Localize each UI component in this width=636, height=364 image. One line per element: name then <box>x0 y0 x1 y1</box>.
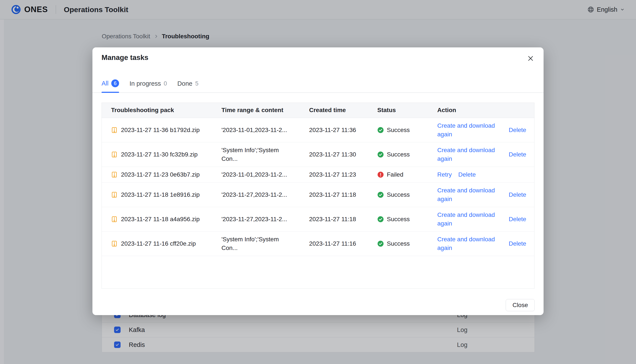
pack-cell: 2023-11-27 11-18 a4a956.zip <box>102 207 212 231</box>
created-time-text: 2023-11-27 11:36 <box>309 126 356 133</box>
table-header-row: Troubleshooting packTime range & content… <box>102 103 534 118</box>
created-time-cell: 2023-11-27 11:23 <box>300 167 368 182</box>
status-text: Success <box>387 126 410 134</box>
tab-all[interactable]: All6 <box>102 80 119 92</box>
status-cell: Success <box>368 182 428 207</box>
table-row: 2023-11-27 11-23 0e63b7.zip'2023-11-01,2… <box>102 167 534 182</box>
task-table: Troubleshooting packTime range & content… <box>102 102 534 289</box>
pack-name: 2023-11-27 11-18 1e8916.zip <box>121 190 200 199</box>
modal-title: Manage tasks <box>102 54 148 62</box>
pack-cell: 2023-11-27 11-30 fc32b9.zip <box>102 142 212 167</box>
delete-link[interactable]: Delete <box>458 170 476 179</box>
time-range-text: 'System Info';'System Con... <box>222 147 279 162</box>
zip-file-icon <box>111 151 118 158</box>
create-and-download-again-link[interactable]: Create and download again <box>437 186 502 204</box>
tab-count: 6 <box>111 80 119 87</box>
status-text: Success <box>387 150 410 159</box>
success-icon <box>377 127 384 133</box>
tab-count: 5 <box>195 80 198 87</box>
zip-file-icon <box>111 192 118 198</box>
column-header-troubleshooting-pack: Troubleshooting pack <box>102 103 212 118</box>
time-range-text: '2023-11-27,2023-11-2... <box>222 216 287 222</box>
delete-link[interactable]: Delete <box>509 150 526 159</box>
column-header-action: Action <box>428 103 534 118</box>
table-row: 2023-11-27 11-18 a4a956.zip'2023-11-27,2… <box>102 207 534 231</box>
time-range-text: '2023-11-27,2023-11-2... <box>222 191 287 198</box>
pack-name: 2023-11-27 11-16 cff20e.zip <box>121 239 196 248</box>
close-button[interactable]: Close <box>506 299 535 311</box>
created-time-text: 2023-11-27 11:16 <box>309 240 356 247</box>
created-time-cell: 2023-11-27 11:18 <box>300 182 368 207</box>
tab-label: All <box>102 80 108 87</box>
table-row: 2023-11-27 11-36 b1792d.zip'2023-11-01,2… <box>102 118 534 142</box>
tab-done[interactable]: Done5 <box>177 80 198 92</box>
tab-count: 0 <box>164 80 167 87</box>
tab-in-progress[interactable]: In progress0 <box>130 80 167 92</box>
created-time-cell: 2023-11-27 11:30 <box>300 142 368 167</box>
failed-icon <box>377 172 384 178</box>
time-range-cell: '2023-11-01,2023-11-2... <box>212 167 300 182</box>
status-cell: Success <box>368 118 428 142</box>
status-text: Success <box>387 215 410 224</box>
zip-file-icon <box>111 216 118 222</box>
status-cell: Success <box>368 207 428 231</box>
action-cell: Create and download againDelete <box>428 207 534 231</box>
created-time-text: 2023-11-27 11:18 <box>309 216 356 222</box>
status-text: Success <box>387 239 410 248</box>
pack-name: 2023-11-27 11-36 b1792d.zip <box>121 126 200 134</box>
tab-label: In progress <box>130 80 161 87</box>
action-cell: Create and download againDelete <box>428 231 534 256</box>
pack-cell: 2023-11-27 11-23 0e63b7.zip <box>102 167 212 182</box>
success-icon <box>377 151 384 158</box>
created-time-text: 2023-11-27 11:23 <box>309 171 356 178</box>
success-icon <box>377 240 384 247</box>
time-range-cell: '2023-11-27,2023-11-2... <box>212 207 300 231</box>
manage-tasks-modal: Manage tasks All6In progress0Done5 Troub… <box>92 48 544 315</box>
table-row: 2023-11-27 11-30 fc32b9.zip'System Info'… <box>102 142 534 167</box>
pack-name: 2023-11-27 11-30 fc32b9.zip <box>121 150 198 159</box>
column-header-status: Status <box>368 103 428 118</box>
time-range-cell: 'System Info';'System Con... <box>212 142 300 167</box>
table-row: 2023-11-27 11-18 1e8916.zip'2023-11-27,2… <box>102 182 534 207</box>
status-text: Failed <box>387 170 403 179</box>
create-and-download-again-link[interactable]: Create and download again <box>437 235 502 252</box>
tab-label: Done <box>177 80 192 87</box>
time-range-cell: '2023-11-27,2023-11-2... <box>212 182 300 207</box>
pack-name: 2023-11-27 11-18 a4a956.zip <box>121 215 200 224</box>
status-cell: Success <box>368 231 428 256</box>
created-time-cell: 2023-11-27 11:16 <box>300 231 368 256</box>
success-icon <box>377 216 384 222</box>
create-and-download-again-link[interactable]: Create and download again <box>437 122 502 139</box>
delete-link[interactable]: Delete <box>509 190 526 199</box>
time-range-cell: 'System Info';'System Con... <box>212 231 300 256</box>
pack-name: 2023-11-27 11-23 0e63b7.zip <box>121 170 200 179</box>
column-header-time-range-content: Time range & content <box>212 103 300 118</box>
retry-link[interactable]: Retry <box>437 170 452 179</box>
status-cell: Success <box>368 142 428 167</box>
delete-link[interactable]: Delete <box>509 215 526 224</box>
action-cell: Create and download againDelete <box>428 118 534 142</box>
created-time-cell: 2023-11-27 11:36 <box>300 118 368 142</box>
task-table-body: 2023-11-27 11-36 b1792d.zip'2023-11-01,2… <box>102 118 534 256</box>
tabs: All6In progress0Done5 <box>92 73 544 93</box>
delete-link[interactable]: Delete <box>509 126 526 134</box>
action-cell: Create and download againDelete <box>428 142 534 167</box>
close-icon[interactable] <box>526 54 535 62</box>
time-range-text: '2023-11-01,2023-11-2... <box>222 171 287 178</box>
zip-file-icon <box>111 127 118 133</box>
created-time-cell: 2023-11-27 11:18 <box>300 207 368 231</box>
zip-file-icon <box>111 172 118 178</box>
zip-file-icon <box>111 240 118 247</box>
action-cell: Create and download againDelete <box>428 182 534 207</box>
create-and-download-again-link[interactable]: Create and download again <box>437 146 502 163</box>
status-text: Success <box>387 190 410 199</box>
created-time-text: 2023-11-27 11:18 <box>309 191 356 198</box>
pack-cell: 2023-11-27 11-36 b1792d.zip <box>102 118 212 142</box>
status-cell: Failed <box>368 167 428 182</box>
time-range-text: 'System Info';'System Con... <box>222 236 279 251</box>
created-time-text: 2023-11-27 11:30 <box>309 151 356 158</box>
delete-link[interactable]: Delete <box>509 239 526 248</box>
success-icon <box>377 192 384 198</box>
table-row: 2023-11-27 11-16 cff20e.zip'System Info'… <box>102 231 534 256</box>
create-and-download-again-link[interactable]: Create and download again <box>437 210 502 228</box>
